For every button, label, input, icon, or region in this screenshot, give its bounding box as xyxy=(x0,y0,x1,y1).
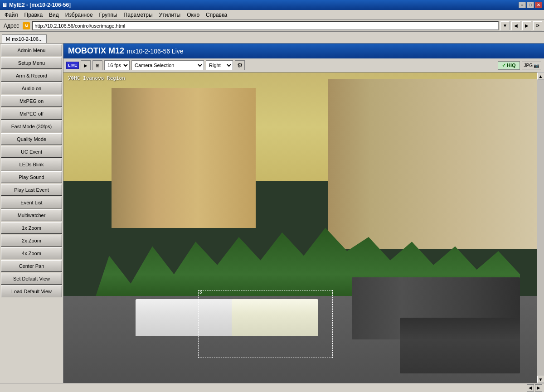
menu-file[interactable]: Файл xyxy=(2,11,21,19)
camera-icon: 📷 xyxy=(534,63,539,68)
direction-select[interactable]: Right Left Center xyxy=(206,60,233,70)
scroll-down-button[interactable]: ▼ xyxy=(537,376,544,383)
hiq-button[interactable]: ✓ HiQ xyxy=(498,61,520,70)
sidebar-item-set-default[interactable]: Set Default View xyxy=(1,273,62,285)
scene-selection-label: 3 xyxy=(199,290,202,295)
camera-subtitle: mx10-2-106-56 Live xyxy=(127,48,184,55)
sidebar-item-event-list[interactable]: Event List xyxy=(1,197,62,208)
address-label: Адрес xyxy=(2,23,21,29)
sidebar-item-play-last-event[interactable]: Play Last Event xyxy=(1,184,62,196)
close-button[interactable]: ✕ xyxy=(535,2,542,8)
address-back-button[interactable]: ◀ xyxy=(511,21,520,30)
sidebar-item-zoom-1x[interactable]: 1x Zoom xyxy=(1,222,62,234)
scene-car-3 xyxy=(400,318,520,373)
sidebar-item-play-sound[interactable]: Play Sound xyxy=(1,171,62,183)
title-bar: 🖥 MyIE2 - [mx10-2-106-56] − □ ✕ xyxy=(0,0,544,10)
camera-view-wrapper: УФНС Ivanovo Region 3 ▲ ▼ xyxy=(63,73,544,383)
hiq-label: HiQ xyxy=(507,63,516,68)
address-fwd-button[interactable]: ▶ xyxy=(522,21,531,30)
tab-label: mx10-2-106... xyxy=(12,36,43,42)
menu-params[interactable]: Параметры xyxy=(121,11,155,19)
sidebar-item-audio-on[interactable]: Audio on xyxy=(1,82,62,94)
fps-select[interactable]: 16 fps 8 fps 4 fps 2 fps 1 fps xyxy=(104,60,130,70)
play-button[interactable]: ▶ xyxy=(81,60,91,70)
sidebar-item-multiwatcher[interactable]: Multiwatcher xyxy=(1,209,62,221)
scroll-up-button[interactable]: ▲ xyxy=(537,73,544,80)
settings-icon-button[interactable]: ⚙ xyxy=(235,60,245,70)
tab-icon: M xyxy=(6,36,10,42)
menu-window[interactable]: Окно xyxy=(184,11,202,19)
camera-toolbar: LIVE ▶ ⊞ 16 fps 8 fps 4 fps 2 fps 1 fps … xyxy=(63,58,544,73)
menu-help[interactable]: Справка xyxy=(203,11,230,19)
scroll-track[interactable] xyxy=(537,80,544,376)
camera-area: MOBOTIX M12 mx10-2-106-56 Live LIVE ▶ ⊞ … xyxy=(63,44,544,383)
sidebar-item-arm-record[interactable]: Arm & Record xyxy=(1,70,62,82)
sidebar-item-zoom-4x[interactable]: 4x Zoom xyxy=(1,247,62,259)
scrollbar: ▲ ▼ xyxy=(537,73,544,383)
camera-scene: УФНС Ivanovo Region 3 xyxy=(63,73,544,383)
sidebar-item-load-default[interactable]: Load Default View xyxy=(1,286,62,297)
sidebar: Admin Menu Setup Menu Arm & Record Audio… xyxy=(0,44,63,383)
check-icon: ✓ xyxy=(502,63,506,68)
scene-overlay-text: УФНС Ivanovo Region xyxy=(68,75,125,81)
sidebar-item-setup-menu[interactable]: Setup Menu xyxy=(1,57,62,69)
status-nav: ◀ ▶ xyxy=(527,384,542,392)
jpg-button[interactable]: JPG 📷 xyxy=(522,62,541,69)
sidebar-item-uc-event[interactable]: UC Event xyxy=(1,146,62,158)
sidebar-item-leds-blink[interactable]: LEDs Blink xyxy=(1,159,62,170)
tab-bar: M mx10-2-106... xyxy=(0,32,544,44)
address-input[interactable] xyxy=(32,21,499,30)
sidebar-item-center-pan[interactable]: Center Pan xyxy=(1,260,62,272)
minimize-button[interactable]: − xyxy=(519,2,526,8)
window-title: MyIE2 - [mx10-2-106-56] xyxy=(9,2,71,8)
menu-favorites[interactable]: Избранное xyxy=(63,11,96,19)
menu-groups[interactable]: Группы xyxy=(97,11,120,19)
jpg-label: JPG xyxy=(524,63,533,68)
scene-building-right xyxy=(328,79,544,250)
sidebar-item-fast-mode[interactable]: Fast Mode (30fps) xyxy=(1,121,62,132)
address-bar: Адрес M ▼ ◀ ▶ ⟳ xyxy=(0,20,544,32)
window-icon: 🖥 xyxy=(2,2,7,8)
status-nav-left[interactable]: ◀ xyxy=(527,384,534,392)
address-icon: M xyxy=(23,22,30,29)
main-content: Admin Menu Setup Menu Arm & Record Audio… xyxy=(0,44,544,383)
sidebar-item-quality-mode[interactable]: Quality Mode xyxy=(1,133,62,145)
live-indicator: LIVE xyxy=(66,62,79,69)
menu-bar: Файл Правка Вид Избранное Группы Парамет… xyxy=(0,10,544,20)
scene-building-left xyxy=(112,88,256,227)
address-go-button[interactable]: ▼ xyxy=(500,21,510,30)
maximize-button[interactable]: □ xyxy=(527,2,534,8)
menu-edit[interactable]: Правка xyxy=(22,11,46,19)
sidebar-item-mxpeg-on[interactable]: MxPEG on xyxy=(1,95,62,107)
camera-selection-select[interactable]: Camera Selection xyxy=(131,60,204,70)
sidebar-item-mxpeg-off[interactable]: MxPEG off xyxy=(1,108,62,120)
status-bar: ◀ ▶ xyxy=(0,383,544,392)
tab-main[interactable]: M mx10-2-106... xyxy=(2,34,47,43)
scene-selection-box: 3 xyxy=(198,290,333,358)
grid-button[interactable]: ⊞ xyxy=(92,60,102,70)
status-nav-right[interactable]: ▶ xyxy=(535,384,542,392)
camera-header: MOBOTIX M12 mx10-2-106-56 Live xyxy=(63,44,544,58)
sidebar-item-admin-menu[interactable]: Admin Menu xyxy=(1,44,62,56)
menu-view[interactable]: Вид xyxy=(46,11,62,19)
camera-image-container: УФНС Ivanovo Region 3 xyxy=(63,73,544,383)
camera-brand: MOBOTIX M12 xyxy=(68,46,124,56)
sidebar-item-zoom-2x[interactable]: 2x Zoom xyxy=(1,235,62,247)
menu-utils[interactable]: Утилиты xyxy=(156,11,184,19)
address-refresh-button[interactable]: ⟳ xyxy=(533,21,542,30)
